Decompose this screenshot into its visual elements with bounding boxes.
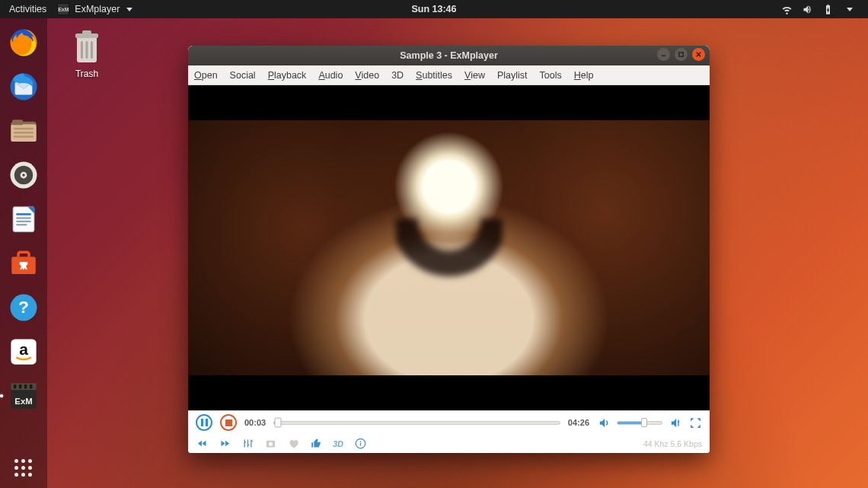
pause-button[interactable]	[196, 414, 212, 431]
svg-rect-5	[14, 128, 34, 130]
svg-rect-7	[14, 136, 34, 138]
top-panel: Activities ExM ExMplayer Sun 13:46	[0, 0, 868, 18]
dock-libreoffice-writer[interactable]	[5, 201, 42, 238]
video-frame	[188, 120, 710, 375]
fullscreen-button[interactable]	[688, 416, 702, 429]
svg-rect-27	[19, 384, 22, 388]
system-menu-chevron-icon[interactable]	[843, 4, 854, 15]
seek-slider[interactable]	[273, 419, 560, 426]
window-title: Sample 3 - ExMplayer	[400, 50, 498, 61]
battery-icon[interactable]	[822, 4, 834, 15]
time-total: 04:26	[568, 418, 589, 427]
volume-boost-button[interactable]	[669, 416, 682, 429]
window-minimize-button[interactable]	[657, 48, 670, 61]
svg-rect-6	[14, 132, 34, 134]
app-menu-indicator[interactable]: ExM ExMplayer	[57, 3, 132, 15]
apps-grid-icon	[14, 459, 33, 477]
stream-status: 44 Khz 5.6 Kbps	[643, 439, 702, 448]
dock-amazon[interactable]: a	[5, 333, 42, 370]
svg-rect-36	[91, 41, 93, 59]
menu-playback[interactable]: Playback	[268, 70, 307, 81]
svg-point-39	[269, 442, 273, 446]
favorite-button[interactable]	[287, 438, 299, 450]
equalizer-button[interactable]	[241, 438, 254, 450]
window-titlebar[interactable]: Sample 3 - ExMplayer	[188, 46, 710, 65]
svg-rect-29	[30, 384, 33, 388]
exmplayer-indicator-icon: ExM	[57, 3, 69, 15]
dock-rhythmbox[interactable]	[5, 157, 42, 193]
svg-rect-26	[14, 384, 17, 388]
menu-view[interactable]: View	[464, 70, 485, 81]
trash-icon	[71, 29, 103, 65]
video-area[interactable]	[188, 85, 710, 410]
svg-rect-33	[82, 30, 91, 34]
menu-3d[interactable]: 3D	[391, 70, 404, 81]
svg-text:A: A	[20, 260, 27, 272]
menu-playlist[interactable]: Playlist	[497, 70, 528, 81]
player-controls: 00:03 04:26 3D 44 Khz 5.6 Kbps	[188, 410, 710, 453]
menu-audio[interactable]: Audio	[318, 70, 343, 81]
dock-exmplayer[interactable]: ExM	[5, 378, 42, 414]
chevron-down-icon	[126, 8, 132, 11]
menu-tools[interactable]: Tools	[540, 70, 562, 81]
info-button[interactable]	[354, 438, 366, 450]
desktop-trash[interactable]: Trash	[59, 29, 114, 79]
dock-help[interactable]: ?	[5, 289, 42, 326]
forward-button[interactable]	[219, 438, 231, 450]
menubar: Open Social Playback Audio Video 3D Subt…	[188, 65, 710, 85]
menu-video[interactable]: Video	[355, 70, 379, 81]
rewind-button[interactable]	[196, 438, 208, 450]
show-applications-button[interactable]	[0, 448, 47, 488]
screenshot-button[interactable]	[264, 438, 276, 450]
desktop-trash-label: Trash	[59, 69, 114, 79]
svg-rect-16	[16, 224, 27, 225]
menu-subtitles[interactable]: Subtitles	[416, 70, 452, 81]
dock-firefox[interactable]	[5, 24, 42, 61]
window-close-button[interactable]	[692, 48, 705, 61]
dock-files[interactable]	[5, 113, 42, 149]
dock: A ? a ExM	[0, 18, 47, 488]
svg-point-11	[22, 174, 25, 177]
dock-software[interactable]: A	[5, 245, 42, 282]
volume-icon[interactable]	[802, 4, 813, 15]
svg-text:a: a	[19, 340, 28, 358]
svg-rect-42	[359, 443, 360, 446]
volume-slider[interactable]	[617, 421, 662, 425]
svg-rect-4	[12, 120, 23, 125]
mute-button[interactable]	[597, 416, 611, 429]
svg-text:?: ?	[18, 297, 29, 317]
svg-rect-15	[16, 221, 30, 222]
panel-clock[interactable]: Sun 13:46	[411, 4, 456, 14]
menu-social[interactable]: Social	[230, 70, 256, 81]
svg-rect-34	[81, 41, 83, 59]
network-wifi-icon[interactable]	[781, 4, 793, 15]
svg-rect-28	[24, 384, 27, 388]
svg-rect-12	[13, 206, 34, 231]
svg-text:ExM: ExM	[14, 397, 32, 406]
svg-point-41	[359, 441, 361, 442]
window-maximize-button[interactable]	[675, 48, 688, 61]
svg-rect-13	[16, 213, 30, 215]
activities-button[interactable]: Activities	[9, 4, 46, 14]
menu-open[interactable]: Open	[194, 70, 218, 81]
3d-toggle-button[interactable]: 3D	[333, 439, 343, 448]
svg-rect-14	[16, 217, 30, 218]
menu-help[interactable]: Help	[574, 70, 594, 81]
app-menu-label: ExMplayer	[75, 4, 120, 14]
dock-thunderbird[interactable]	[5, 69, 42, 105]
like-button[interactable]	[310, 438, 322, 450]
svg-rect-35	[86, 41, 88, 59]
time-current: 00:03	[244, 418, 266, 427]
seek-thumb[interactable]	[275, 418, 282, 428]
exmplayer-window: Sample 3 - ExMplayer Open Social Playbac…	[188, 46, 710, 453]
stop-button[interactable]	[220, 414, 237, 431]
svg-rect-37	[679, 53, 683, 56]
